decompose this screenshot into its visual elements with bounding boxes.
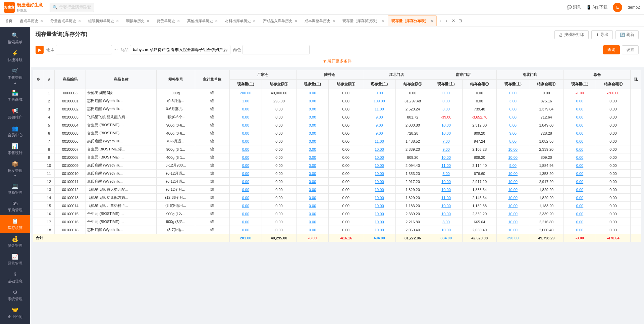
row-na-qty[interactable]: 0.00 (430, 97, 463, 105)
row-jb-qty[interactable]: 0.00 (363, 89, 395, 97)
row-fj-qty[interactable]: 0.00 (229, 153, 262, 161)
tab-close[interactable]: ✕ (294, 19, 297, 23)
row-zc-qty[interactable]: 0.00 (564, 121, 596, 129)
tab-close[interactable]: ✕ (430, 19, 433, 23)
row-lc-qty[interactable]: 0.00 (296, 194, 329, 202)
row-fj-qty[interactable]: 0.00 (229, 129, 262, 137)
row-lc-qty[interactable]: 0.00 (296, 202, 329, 210)
sidebar-item-wholesale[interactable]: 📦 批发管理 ▼ (0, 158, 30, 180)
row-lc-qty[interactable]: 0.00 (296, 113, 329, 121)
sidebar-item-system[interactable]: ⚙ 系统管理 (0, 286, 30, 304)
row-jb-qty[interactable]: 10.00 (363, 153, 395, 161)
row-lc-qty[interactable]: 0.00 (296, 226, 329, 234)
row-lc-qty[interactable]: 0.00 (296, 129, 329, 137)
tab-close[interactable]: ✕ (78, 19, 81, 23)
row-zc-qty[interactable]: 0.00 (564, 170, 596, 178)
row-na-qty[interactable]: 3.00 (430, 218, 463, 226)
row-fj-qty[interactable]: 0.00 (229, 161, 262, 170)
row-jb-qty[interactable]: 10.00 (363, 210, 395, 218)
sidebar-item-collab[interactable]: 🤝 企业协同 (0, 304, 30, 322)
row-zc-qty[interactable]: -1.00 (564, 89, 596, 97)
sidebar-item-base[interactable]: ℹ 基础信息 (0, 269, 30, 286)
row-zc-qty[interactable]: 0.00 (564, 194, 596, 202)
tab-close[interactable]: ✕ (40, 19, 43, 23)
tab-home[interactable]: 首页 (1, 15, 16, 26)
row-fj-qty[interactable]: 0.00 (229, 105, 262, 113)
row-zc-qty[interactable]: 0.00 (564, 210, 596, 218)
row-fj-qty[interactable]: 0.00 (229, 137, 262, 145)
row-yb-qty[interactable]: 10.00 (497, 145, 529, 153)
row-jb-qty[interactable]: 10.00 (363, 194, 395, 202)
row-na-qty[interactable]: 5.00 (430, 170, 463, 178)
row-na-qty[interactable]: 7.00 (430, 137, 463, 145)
print-btn[interactable]: 🖨 按模板打印 (554, 30, 589, 39)
row-fj-qty[interactable]: 0.00 (229, 226, 262, 234)
row-jb-qty[interactable]: 10.00 (363, 202, 395, 210)
row-jb-qty[interactable]: 11.00 (363, 105, 395, 113)
row-lc-qty[interactable]: 0.00 (296, 186, 329, 194)
row-zc-qty[interactable]: 0.00 (564, 161, 596, 170)
row-na-qty[interactable]: 10.00 (430, 226, 463, 234)
row-lc-qty[interactable]: 0.00 (296, 89, 329, 97)
warehouse-input[interactable] (56, 45, 112, 54)
row-yb-qty[interactable]: 10.00 (497, 210, 529, 218)
row-yb-qty[interactable]: 8.00 (497, 121, 529, 129)
tab-expand-btn[interactable]: ⊡ (457, 15, 464, 26)
row-lc-qty[interactable]: 0.00 (296, 105, 329, 113)
row-zc-qty[interactable]: 0.00 (564, 202, 596, 210)
row-na-qty[interactable]: 0.00 (430, 89, 463, 97)
tab-product-in[interactable]: 产成品入库单历史 ✕ (259, 15, 301, 26)
row-jb-qty[interactable]: 10.00 (363, 226, 395, 234)
row-fj-qty[interactable]: 0.00 (229, 113, 262, 121)
row-yb-qty[interactable]: 10.00 (497, 218, 529, 226)
row-yb-qty[interactable]: 9.00 (497, 161, 529, 170)
row-yb-qty[interactable]: 8.00 (497, 113, 529, 121)
expand-conditions-btn[interactable]: ▼ 展开更多条件 (323, 58, 352, 64)
refresh-btn[interactable]: 🔄 刷新 (615, 30, 639, 39)
tab-stock-status[interactable]: 现存量（库存状况表） ✕ (339, 15, 388, 26)
row-fj-qty[interactable]: 0.00 (229, 145, 262, 153)
row-fj-qty[interactable]: 0.00 (229, 186, 262, 194)
row-yb-qty[interactable]: 0.00 (497, 89, 529, 97)
row-yb-qty[interactable]: 10.00 (497, 153, 529, 161)
row-zc-qty[interactable]: 0.00 (564, 137, 596, 145)
row-zc-qty[interactable]: 0.00 (564, 105, 596, 113)
row-zc-qty[interactable]: 0.00 (564, 97, 596, 105)
row-zc-qty[interactable]: 0.00 (564, 186, 596, 194)
tab-close[interactable]: ✕ (147, 19, 149, 23)
row-lc-qty[interactable]: 0.00 (296, 210, 329, 218)
row-na-qty[interactable]: 9.00 (430, 145, 463, 153)
tab-close-btn[interactable]: ✕ (450, 15, 457, 26)
row-jb-qty[interactable]: 9.00 (363, 113, 395, 121)
sidebar-item-inventory[interactable]: 📋 库存核算 (0, 215, 30, 233)
row-zc-qty[interactable]: 0.00 (564, 129, 596, 137)
tab-stock-dist[interactable]: 现存量（库存分布表） ✕ (388, 15, 437, 26)
row-lc-qty[interactable]: 0.00 (296, 121, 329, 129)
row-lc-qty[interactable]: 0.00 (296, 145, 329, 153)
row-na-qty[interactable]: 11.00 (430, 161, 463, 170)
tab-transfer[interactable]: 调拨单历史 ✕ (122, 15, 153, 26)
row-yb-qty[interactable]: 6.00 (497, 105, 529, 113)
row-na-qty[interactable]: 11.00 (430, 194, 463, 202)
tab-cost-adjust[interactable]: 成本调整单历史 ✕ (301, 15, 339, 26)
tab-other-out[interactable]: 其他出库单历史 ✕ (183, 15, 221, 26)
row-yb-qty[interactable]: 10.00 (497, 194, 529, 202)
row-na-qty[interactable]: 10.00 (430, 202, 463, 210)
row-jb-qty[interactable]: 109.00 (363, 97, 395, 105)
color-input[interactable] (243, 45, 310, 54)
row-yb-qty[interactable]: 10.00 (497, 186, 529, 194)
row-lc-qty[interactable]: 0.00 (296, 218, 329, 226)
settings-btn[interactable]: 设置 (622, 45, 639, 54)
tab-assemble[interactable]: 组装折卸单历史 ✕ (85, 15, 122, 26)
tab-close[interactable]: ✕ (215, 19, 218, 23)
tab-sub-inventory[interactable]: 分量盘点单历史 ✕ (47, 15, 85, 26)
row-na-qty[interactable]: 10.00 (430, 129, 463, 137)
tab-order[interactable]: 要货单历史 ✕ (153, 15, 183, 26)
row-zc-qty[interactable]: 0.00 (564, 226, 596, 234)
row-fj-qty[interactable]: 0.00 (229, 121, 262, 129)
row-yb-qty[interactable]: 10.00 (497, 202, 529, 210)
tab-close[interactable]: ✕ (253, 19, 256, 23)
row-na-qty[interactable]: 10.00 (430, 121, 463, 129)
product-input[interactable] (130, 45, 230, 54)
tab-close[interactable]: ✕ (116, 19, 119, 23)
